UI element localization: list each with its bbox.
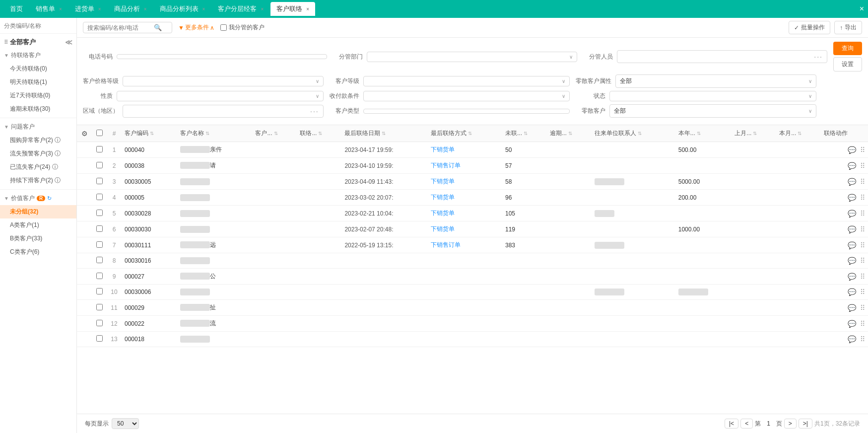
sort-customer-type[interactable]: 客户... ⇅ bbox=[255, 129, 294, 138]
more-conditions-btn[interactable]: ▼ 更多条件 ∧ bbox=[178, 23, 214, 32]
grid-icon[interactable]: ⠿ bbox=[860, 225, 865, 233]
last-method-link[interactable]: 下销货单 bbox=[431, 178, 455, 185]
last-method-link[interactable]: 下销售订单 bbox=[431, 162, 461, 169]
sidebar-item-tier-a[interactable]: A类客户(1) bbox=[0, 218, 76, 232]
row-checkbox[interactable] bbox=[96, 335, 103, 342]
message-icon[interactable]: 💬 bbox=[848, 225, 856, 233]
person-input[interactable]: ··· bbox=[617, 50, 827, 63]
nav-tab-purchase[interactable]: 进货单 × bbox=[69, 2, 107, 16]
status-dropdown[interactable]: ∨ bbox=[609, 91, 816, 101]
sidebar-search-input[interactable] bbox=[4, 22, 77, 29]
export-button[interactable]: ↑ 导出 bbox=[834, 21, 862, 34]
last-method-link[interactable]: 下销售订单 bbox=[431, 241, 461, 248]
nav-tab-customer-tier-close[interactable]: × bbox=[261, 6, 264, 12]
nav-tab-sales[interactable]: 销售单 × bbox=[30, 2, 68, 16]
nav-tab-product-analysis-list[interactable]: 商品分析列表 × bbox=[154, 2, 211, 16]
row-checkbox[interactable] bbox=[96, 241, 103, 248]
row-checkbox[interactable] bbox=[96, 288, 103, 294]
query-button[interactable]: 查询 bbox=[833, 42, 862, 55]
row-checkbox[interactable] bbox=[96, 178, 103, 184]
sort-last-contact-method[interactable]: 最后联络方式 ⇅ bbox=[431, 129, 499, 138]
row-checkbox[interactable] bbox=[96, 320, 103, 326]
grid-icon[interactable]: ⠿ bbox=[860, 288, 865, 296]
page-size-select[interactable]: 50 100 bbox=[112, 418, 139, 429]
sidebar-item-tier-c[interactable]: C类客户(6) bbox=[0, 245, 76, 259]
filter-search-icon[interactable]: 🔍 bbox=[154, 24, 162, 31]
grid-icon[interactable]: ⠿ bbox=[860, 178, 865, 186]
last-method-link[interactable]: 下销货单 bbox=[431, 210, 455, 216]
grid-icon[interactable]: ⠿ bbox=[860, 273, 865, 281]
message-icon[interactable]: 💬 bbox=[848, 162, 856, 170]
customer-tier-dropdown[interactable]: ∨ bbox=[363, 76, 570, 86]
grid-icon[interactable]: ⠿ bbox=[860, 241, 865, 249]
sidebar-group-value-customers[interactable]: ▼ 价值客户 R ↻ bbox=[0, 192, 76, 205]
next-page-button[interactable]: > bbox=[784, 419, 797, 429]
message-icon[interactable]: 💬 bbox=[848, 241, 856, 249]
grid-icon[interactable]: ⠿ bbox=[860, 162, 865, 170]
row-checkbox[interactable] bbox=[96, 273, 103, 279]
sort-overdue[interactable]: 逾期... ⇅ bbox=[550, 129, 589, 138]
batch-ops-button[interactable]: ✓ 批量操作 bbox=[789, 21, 830, 34]
grid-icon[interactable]: ⠿ bbox=[860, 146, 865, 154]
sort-current-month[interactable]: 本月... ⇅ bbox=[779, 129, 818, 138]
row-checkbox[interactable] bbox=[96, 146, 103, 152]
price-tier-dropdown[interactable]: ∨ bbox=[123, 76, 324, 86]
nature-dropdown[interactable]: ∨ bbox=[117, 91, 324, 101]
sort-customer-code[interactable]: 客户编码 ⇅ bbox=[125, 129, 174, 138]
message-icon[interactable]: 💬 bbox=[848, 146, 856, 154]
grid-icon[interactable]: ⠿ bbox=[860, 194, 865, 202]
message-icon[interactable]: 💬 bbox=[848, 335, 856, 343]
row-checkbox[interactable] bbox=[96, 162, 103, 168]
select-all-checkbox[interactable] bbox=[96, 130, 103, 136]
dept-dropdown[interactable]: ∨ bbox=[367, 52, 577, 62]
my-customers-checkbox[interactable]: 我分管的客户 bbox=[220, 23, 265, 32]
nav-tab-customer-contact-close[interactable]: × bbox=[306, 6, 309, 12]
customer-type-input[interactable] bbox=[363, 109, 570, 114]
sort-contact[interactable]: 联络... ⇅ bbox=[300, 129, 338, 138]
row-checkbox[interactable] bbox=[96, 225, 103, 232]
sidebar-group-pending-contact[interactable]: ▼ 待联络客户 bbox=[0, 49, 76, 62]
sort-current-year[interactable]: 本年... ⇅ bbox=[678, 129, 729, 138]
last-method-link[interactable]: 下销货单 bbox=[431, 194, 455, 201]
grid-icon[interactable]: ⠿ bbox=[860, 257, 865, 265]
nav-tab-customer-contact[interactable]: 客户联络 × bbox=[270, 2, 315, 16]
message-icon[interactable]: 💬 bbox=[848, 257, 856, 265]
nav-tab-customer-tier[interactable]: 客户分层经客 × bbox=[212, 2, 269, 16]
nav-tab-product-analysis[interactable]: 商品分析 × bbox=[108, 2, 153, 16]
sidebar-item-near7days[interactable]: 近7天待联络(0) bbox=[0, 89, 76, 102]
sort-last-month[interactable]: 上月... ⇅ bbox=[734, 129, 773, 138]
last-method-link[interactable]: 下销货单 bbox=[431, 146, 455, 153]
sidebar-item-declining[interactable]: 持续下滑客户(2) ⓘ bbox=[0, 174, 76, 187]
grid-icon[interactable]: ⠿ bbox=[860, 335, 865, 343]
first-page-button[interactable]: |< bbox=[725, 419, 738, 429]
nav-tab-product-analysis-list-close[interactable]: × bbox=[202, 6, 205, 12]
refresh-icon[interactable]: ↻ bbox=[47, 195, 52, 202]
message-icon[interactable]: 💬 bbox=[848, 288, 856, 296]
sidebar-item-overdue[interactable]: 逾期未联络(30) bbox=[0, 102, 76, 116]
row-checkbox[interactable] bbox=[96, 304, 103, 310]
nav-tab-product-analysis-close[interactable]: × bbox=[144, 6, 147, 12]
region-input[interactable]: ··· bbox=[123, 105, 324, 118]
nav-tab-home[interactable]: 首页 bbox=[4, 2, 29, 16]
message-icon[interactable]: 💬 bbox=[848, 273, 856, 281]
sort-customer-name[interactable]: 客户名称 ⇅ bbox=[180, 129, 249, 138]
grid-icon[interactable]: ⠿ bbox=[860, 210, 865, 217]
message-icon[interactable]: 💬 bbox=[848, 210, 856, 217]
sidebar-group-problem-customers[interactable]: ▼ 问题客户 bbox=[0, 120, 76, 134]
sort-no-contact[interactable]: 未联... ⇅ bbox=[505, 129, 544, 138]
row-checkbox[interactable] bbox=[96, 210, 103, 216]
sort-partner-contact[interactable]: 往来单位联系人 ⇅ bbox=[595, 129, 672, 138]
sidebar-collapse-btn[interactable]: ≪ bbox=[65, 38, 72, 46]
payment-dropdown[interactable]: ∨ bbox=[363, 91, 570, 101]
sort-last-contact-date[interactable]: 最后联络日期 ⇅ bbox=[344, 129, 425, 138]
my-customers-check[interactable] bbox=[220, 24, 227, 31]
message-icon[interactable]: 💬 bbox=[848, 178, 856, 186]
last-page-button[interactable]: >| bbox=[799, 419, 812, 429]
sidebar-item-churn-risk[interactable]: 流失预警客户(3) ⓘ bbox=[0, 147, 76, 160]
nav-tab-purchase-close[interactable]: × bbox=[98, 6, 101, 12]
message-icon[interactable]: 💬 bbox=[848, 194, 856, 202]
sidebar-item-tomorrow[interactable]: 明天待联络(1) bbox=[0, 75, 76, 89]
prev-page-button[interactable]: < bbox=[740, 419, 753, 429]
window-close-button[interactable]: × bbox=[860, 4, 864, 13]
row-checkbox[interactable] bbox=[96, 257, 103, 263]
